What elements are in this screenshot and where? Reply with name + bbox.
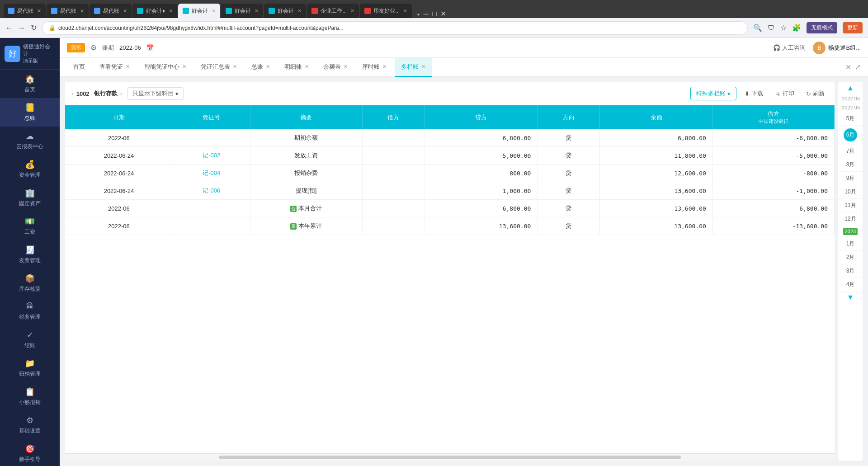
top-bar-settings-icon[interactable]: ⚙ [90,43,97,52]
cell-date: 2022-06 [65,200,173,217]
date-month-october[interactable]: 10月 [838,185,863,199]
nav-tab-multi-col[interactable]: 多栏账 ✕ [395,58,432,77]
voucher-link[interactable]: 记-006 [203,187,220,194]
minimize-icon[interactable]: ─ [424,10,429,18]
date-month-june[interactable]: 6月 [844,128,857,142]
tab-close-4[interactable]: ✕ [169,8,173,14]
sidebar-item-fixed-assets[interactable]: 🏢 固定资产 [0,184,60,212]
search-icon[interactable]: 🔍 [753,24,762,32]
consult-button[interactable]: 🎧 人工咨询 [773,44,806,52]
voucher-link[interactable]: 记-002 [203,152,220,159]
browser-tab-9[interactable]: 用友好业... ✕ [360,4,412,18]
nav-tab-balance-close[interactable]: ✕ [344,64,348,70]
nav-tab-home[interactable]: 首页 [67,58,91,77]
browser-tab-2[interactable]: 易代账 ✕ [47,4,89,18]
nav-tab-summary-close[interactable]: ✕ [233,64,237,70]
tab-close-7[interactable]: ✕ [297,8,302,14]
tab-close-5[interactable]: ✕ [212,8,216,14]
url-input[interactable]: 🔒 cloud2.chanjet.com/accounting/uh26t264… [42,21,748,35]
date-month-august[interactable]: 8月 [838,158,863,172]
nav-tab-sequential-close[interactable]: ✕ [382,64,387,70]
sidebar-item-fund[interactable]: 💰 资金管理 [0,155,60,184]
date-month-feb[interactable]: 2月 [838,251,863,264]
close-window-icon[interactable]: ✕ [440,9,446,18]
update-button[interactable]: 更新 [843,22,863,33]
stealth-button[interactable]: 无痕模式 [807,22,837,33]
date-month-jan[interactable]: 1月 [838,237,863,251]
account-code: 1002 [76,90,90,97]
browser-tab-1[interactable]: 易代账 ✕ [4,4,46,18]
refresh-button[interactable]: ↻ 刷新 [802,87,828,100]
year-2023-badge[interactable]: 2023 [843,228,858,235]
print-button[interactable]: 🖨 打印 [771,87,798,100]
sidebar-item-tax[interactable]: 🏛 税务管理 [0,297,60,325]
date-month-apr[interactable]: 4月 [838,278,863,292]
download-button[interactable]: ⬇ 下载 [741,87,767,100]
close-panel-icon[interactable]: ✕ [845,63,851,71]
nav-tab-general-close[interactable]: ✕ [266,64,270,70]
ledger-icon: 📒 [25,103,35,113]
expand-panel-icon[interactable]: ⤢ [855,63,861,71]
tab-close-2[interactable]: ✕ [80,8,84,14]
nav-tab-multi-close[interactable]: ✕ [421,64,425,70]
date-month-november[interactable]: 11月 [838,199,863,212]
next-account-button[interactable]: › [120,90,123,97]
browser-tools: 🔍 🛡 ☆ 🧩 无痕模式 更新 [753,22,863,33]
date-month-may[interactable]: 5月 [838,112,863,126]
extension-icon[interactable]: 🧩 [792,24,801,32]
bookmark-icon[interactable]: ☆ [780,24,787,32]
sidebar-item-inventory[interactable]: 📦 库存核算 [0,269,60,297]
date-month-july[interactable]: 7月 [838,145,863,158]
refresh-label: 刷新 [813,89,825,98]
prev-account-button[interactable]: ‹ [71,90,74,97]
browser-tab-3[interactable]: 易代账 ✕ [90,4,132,18]
tab-close-3[interactable]: ✕ [123,8,127,14]
date-scroll-up[interactable]: ▲ [838,82,863,94]
sidebar-item-ledger[interactable]: 📒 总账 [0,98,60,127]
tab-close-8[interactable]: ✕ [350,8,354,14]
period-calendar-icon[interactable]: 📅 [146,44,154,51]
date-month-september[interactable]: 9月 [838,172,863,185]
sidebar-item-invoice[interactable]: 🧾 发票管理 [0,240,60,269]
cell-sub-debit: -5,000.00 [712,147,834,165]
browser-tab-7[interactable]: 好会计 ✕ [264,4,306,18]
nav-tab-summary[interactable]: 凭证汇总表 ✕ [194,58,243,77]
horizontal-scrollbar[interactable] [65,453,835,461]
forward-button[interactable]: → [18,24,25,32]
tab-close-6[interactable]: ✕ [255,8,259,14]
nav-tab-sequential[interactable]: 序时账 ✕ [356,58,393,77]
browser-tab-4[interactable]: 好会计♦ ✕ [132,4,177,18]
tab-close-9[interactable]: ✕ [403,8,407,14]
date-scroll-down[interactable]: ▼ [838,292,863,303]
sub-account-filter[interactable]: 只显示下级科目 ▾ [127,87,184,100]
nav-tab-detail[interactable]: 明细账 ✕ [278,58,315,77]
nav-tab-balance[interactable]: 余额表 ✕ [317,58,354,77]
back-button[interactable]: ← [5,24,13,32]
new-tab-button[interactable]: + [413,11,424,18]
voucher-link[interactable]: 记-004 [203,169,220,176]
nav-tab-smart-close[interactable]: ✕ [182,64,186,70]
maximize-icon[interactable]: □ [432,10,437,18]
date-month-mar[interactable]: 3月 [838,264,863,278]
sidebar-item-payroll[interactable]: 💵 工资 [0,212,60,240]
sidebar-item-cloud-report[interactable]: ☁ 云报表中心 [0,127,60,155]
shield-icon[interactable]: 🛡 [768,24,775,32]
nav-tab-voucher-close[interactable]: ✕ [126,64,130,70]
date-month-december[interactable]: 12月 [838,212,863,226]
nav-tab-smart-voucher[interactable]: 智能凭证中心 ✕ [138,58,193,77]
tab-close-1[interactable]: ✕ [37,8,41,14]
browser-tab-8[interactable]: 企业工作... ✕ [307,4,359,18]
sidebar-item-home[interactable]: 🏠 首页 [0,70,60,98]
browser-tab-6[interactable]: 好会计 ✕ [221,4,263,18]
sidebar-item-expense[interactable]: 📋 小畅报销 [0,382,60,411]
nav-tab-voucher[interactable]: 查看凭证 ✕ [93,58,136,77]
nav-tab-general-ledger[interactable]: 总账 ✕ [245,58,276,77]
multi-col-button[interactable]: 特殊多栏账 ▾ [690,87,736,100]
sidebar-item-guide[interactable]: 🎯 新手引导 [0,439,60,466]
sidebar-item-closing[interactable]: ✓ 结账 [0,325,60,354]
nav-tab-detail-close[interactable]: ✕ [305,64,309,70]
sidebar-item-settings[interactable]: ⚙ 基础设置 [0,411,60,439]
browser-tab-5[interactable]: 好会计 ✕ [178,4,220,18]
sidebar-item-archive[interactable]: 📁 归档管理 [0,354,60,382]
reload-button[interactable]: ↻ [31,24,37,32]
